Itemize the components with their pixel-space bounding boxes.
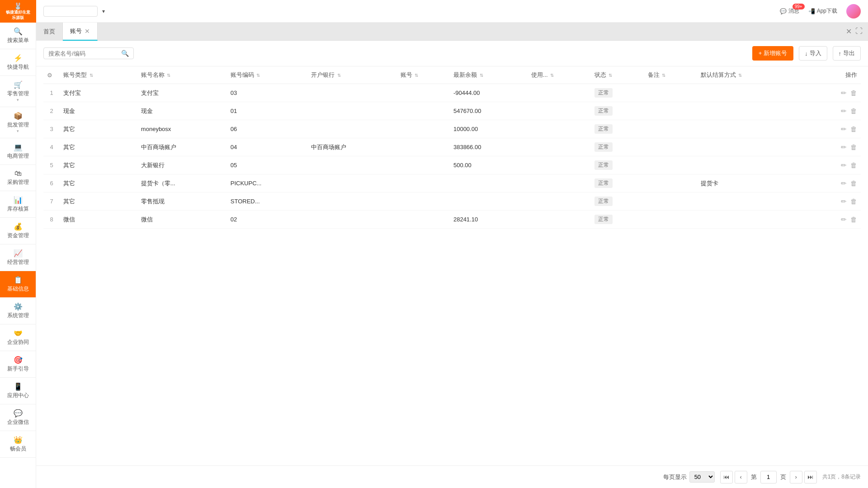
col-bank[interactable]: 开户银行 ⇅ [307, 66, 397, 84]
sidebar-item-label: 系统管理 [2, 312, 34, 319]
retail-icon: 🛒 [2, 80, 34, 89]
col-account[interactable]: 账号 ⇅ [397, 66, 450, 84]
sidebar-item-label: 经营管理 [2, 258, 34, 266]
topbar-message[interactable]: 💬 消息 99+ [780, 7, 799, 15]
sidebar-item-ecommerce[interactable]: 💻 电商管理 [0, 138, 36, 165]
cell-balance: 28241.10 [450, 211, 528, 229]
edit-button[interactable]: ✏ [841, 216, 847, 224]
edit-button[interactable]: ✏ [841, 197, 847, 206]
sidebar-item-finance[interactable]: 💰 资金管理 [0, 218, 36, 244]
cell-account [397, 211, 450, 229]
sidebar-item-guide[interactable]: 🎯 新手引导 [0, 351, 36, 378]
cell-default-pay [697, 120, 811, 138]
page-first-button[interactable]: ⏮ [720, 471, 733, 483]
cell-name: 现金 [137, 102, 227, 120]
col-usage[interactable]: 使用... ⇅ [528, 66, 591, 84]
page-last-button[interactable]: ⏭ [804, 471, 817, 483]
col-code[interactable]: 账号编码 ⇅ [227, 66, 307, 84]
sidebar-item-wechat[interactable]: 💬 企业微信 [0, 404, 36, 431]
cell-default-pay [697, 84, 811, 102]
col-remark[interactable]: 备注 ⇅ [644, 66, 697, 84]
topbar-dropdown[interactable]: ▾ [102, 8, 105, 14]
sidebar-item-search[interactable]: 🔍 搜索菜单 [0, 23, 36, 49]
edit-button[interactable]: ✏ [841, 161, 847, 169]
sidebar-item-apps[interactable]: 📱 应用中心 [0, 378, 36, 404]
delete-button[interactable]: 🗑 [850, 125, 857, 133]
edit-button[interactable]: ✏ [841, 89, 847, 97]
sidebar-item-operations[interactable]: 📈 经营管理 [0, 244, 36, 271]
edit-button[interactable]: ✏ [841, 125, 847, 133]
sidebar-item-wholesale[interactable]: 📦 批发管理 ▾ [0, 107, 36, 138]
sidebar-item-quicknav[interactable]: ⚡ 快捷导航 [0, 49, 36, 76]
col-type[interactable]: 账号类型 ⇅ [60, 66, 137, 84]
delete-button[interactable]: 🗑 [850, 179, 857, 188]
import-icon: ↓ [805, 50, 808, 57]
topbar-search-input[interactable] [47, 8, 84, 14]
edit-button[interactable]: ✏ [841, 179, 847, 188]
cell-action: ✏ 🗑 [811, 192, 861, 211]
sidebar-item-system[interactable]: ⚙️ 系统管理 [0, 298, 36, 324]
cell-name: 大新银行 [137, 156, 227, 174]
status-badge: 正常 [594, 197, 613, 206]
cell-bank [307, 84, 397, 102]
sidebar-item-corp[interactable]: 🤝 企业协同 [0, 324, 36, 351]
import-button[interactable]: ↓ 导入 [799, 46, 827, 61]
page-next-button[interactable]: › [790, 471, 802, 483]
sidebar-item-retail[interactable]: 🛒 零售管理 ▾ [0, 76, 36, 107]
tab-close-icon[interactable]: ✕ [85, 28, 90, 35]
main-area: ▾ 💬 消息 99+ 📲 App下载 首页 账号 ✕ ✕ ⛶ [36, 0, 868, 488]
cell-type: 其它 [60, 138, 137, 156]
cell-usage [528, 84, 591, 102]
export-button[interactable]: ↑ 导出 [833, 46, 861, 61]
sidebar-item-member[interactable]: 👑 畅会员 [0, 431, 36, 458]
cell-name: 微信 [137, 211, 227, 229]
user-avatar[interactable] [846, 4, 861, 19]
cell-action: ✏ 🗑 [811, 211, 861, 229]
cell-type: 其它 [60, 192, 137, 211]
per-page-select[interactable]: 50 20 100 [689, 471, 715, 483]
edit-button[interactable]: ✏ [841, 143, 847, 151]
delete-button[interactable]: 🗑 [850, 107, 857, 115]
close-window-icon[interactable]: ✕ [846, 27, 852, 36]
cell-code: 05 [227, 156, 307, 174]
sidebar-item-basic[interactable]: 📋 基础信息 [0, 271, 36, 298]
cell-no: 4 [43, 138, 60, 156]
cell-remark [644, 174, 697, 192]
tab-home[interactable]: 首页 [36, 23, 63, 41]
cell-balance: -90444.00 [450, 84, 528, 102]
sidebar-item-label: 批发管理 [2, 121, 34, 129]
sidebar-item-inventory[interactable]: 📊 库存核算 [0, 191, 36, 218]
col-name[interactable]: 账号名称 ⇅ [137, 66, 227, 84]
sort-usage-icon: ⇅ [550, 73, 554, 78]
delete-button[interactable]: 🗑 [850, 161, 857, 169]
delete-button[interactable]: 🗑 [850, 143, 857, 151]
col-status[interactable]: 状态 ⇅ [591, 66, 644, 84]
delete-button[interactable]: 🗑 [850, 216, 857, 224]
sort-type-icon: ⇅ [90, 73, 93, 78]
maximize-icon[interactable]: ⛶ [855, 27, 863, 36]
account-table: ⚙ 账号类型 ⇅ 账号名称 ⇅ 账号编码 ⇅ [43, 66, 861, 229]
col-default-pay[interactable]: 默认结算方式 ⇅ [697, 66, 811, 84]
sort-status-icon: ⇅ [609, 73, 612, 78]
sidebar-item-purchase[interactable]: 🛍 采购管理 [0, 165, 36, 191]
add-account-button[interactable]: + 新增账号 [752, 46, 793, 61]
delete-button[interactable]: 🗑 [850, 197, 857, 206]
topbar-app-download[interactable]: 📲 App下载 [808, 7, 837, 15]
cell-name: 零售抵现 [137, 192, 227, 211]
tab-account[interactable]: 账号 ✕ [63, 23, 98, 41]
cell-account [397, 174, 450, 192]
edit-button[interactable]: ✏ [841, 107, 847, 115]
col-action-label: 操作 [845, 71, 857, 78]
page-size-select-wrap: 每页显示 50 20 100 [663, 471, 715, 483]
account-search-input[interactable] [48, 50, 121, 57]
delete-button[interactable]: 🗑 [850, 89, 857, 97]
col-gear[interactable]: ⚙ [43, 66, 60, 84]
page-prev-button[interactable]: ‹ [735, 471, 747, 483]
cell-usage [528, 102, 591, 120]
page-number-input[interactable] [760, 471, 777, 483]
purchase-icon: 🛍 [2, 169, 34, 178]
search-wrap: 🔍 [43, 47, 134, 59]
cell-no: 3 [43, 120, 60, 138]
search-icon[interactable]: 🔍 [121, 50, 129, 57]
col-balance[interactable]: 最新余额 ⇅ [450, 66, 528, 84]
